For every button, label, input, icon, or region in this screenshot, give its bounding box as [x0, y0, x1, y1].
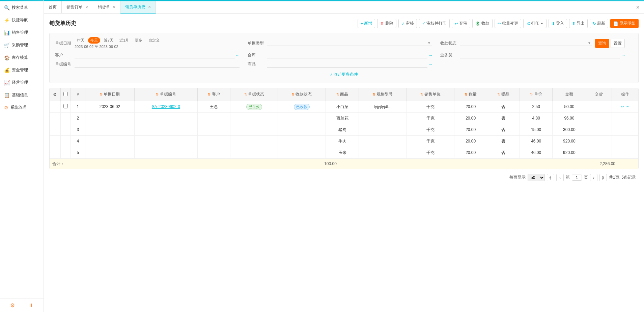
table-row: 2西兰花千克20.00否4.8096.00 — [50, 112, 638, 124]
sidebar-item-inventory[interactable]: 🏠 库存核算 — [0, 51, 44, 64]
th-unit[interactable]: ⇅ 销售单位 — [407, 88, 454, 101]
salesperson-ellipsis[interactable]: ··· — [621, 53, 625, 58]
sort-icon-customer: ⇅ — [208, 93, 211, 96]
sidebar-item-label: 销售管理 — [12, 30, 28, 35]
th-price[interactable]: ⇅ 单价 — [520, 88, 553, 101]
per-page-select[interactable]: 50 100 200 — [528, 174, 545, 181]
import-button[interactable]: ⬇ 导入 — [549, 19, 567, 28]
row-seq: 4 — [71, 135, 85, 147]
filter-row-1: 单据日期 昨天 今天 近7天 近1月 更多 自定义 2023-06-02 至 2… — [55, 37, 633, 49]
th-spec[interactable]: ⇅ 规格型号 — [359, 88, 407, 101]
sidebar-item-purchase-mgmt[interactable]: 🛒 采购管理 — [0, 39, 44, 51]
th-collect-status[interactable]: ⇅ 收款状态 — [278, 88, 326, 101]
window-close-button[interactable]: ✕ — [632, 5, 644, 10]
row-checkbox[interactable] — [63, 104, 68, 108]
th-date[interactable]: ⇅ 单据日期 — [85, 88, 134, 101]
sidebar-item-sales-mgmt[interactable]: 📊 销售管理 — [0, 26, 44, 39]
date-tag-more[interactable]: 更多 — [133, 37, 145, 44]
filter-customer: 客户 ··· — [55, 52, 240, 58]
tab-sales-history-close[interactable]: ✕ — [148, 5, 151, 9]
collapse-button[interactable]: ∧ 收起更多条件 — [55, 70, 633, 79]
row-amount: 920.00 — [553, 147, 586, 158]
doc-type-select[interactable]: ▼ — [267, 41, 432, 46]
tab-sales-goods-label: 销货单 — [98, 4, 110, 10]
filter-goods: 商品 ··· — [248, 61, 432, 68]
tab-sales-goods[interactable]: 销货单 ✕ — [93, 1, 120, 14]
collect-status-select[interactable]: ▼ — [460, 41, 592, 46]
first-page-button[interactable]: ⟪ — [547, 174, 554, 181]
refresh-button[interactable]: ↻ 刷新 — [590, 19, 608, 28]
chevron-up-icon: ∧ — [330, 72, 333, 77]
warehouse-ellipsis[interactable]: ··· — [429, 53, 432, 58]
th-gear[interactable]: ⚙ — [50, 88, 60, 101]
row-gear — [50, 101, 60, 112]
print-button[interactable]: 🖨 打印 ▼ — [523, 19, 547, 28]
goods-ellipsis[interactable]: ··· — [429, 62, 432, 67]
th-gift[interactable]: ⇅ 赠品 — [487, 88, 520, 101]
abandon-button[interactable]: ↩ 弃审 — [452, 19, 470, 28]
date-tag-today[interactable]: 今天 — [88, 37, 100, 44]
row-more-btn[interactable]: ⋯ — [625, 104, 629, 109]
prev-page-button[interactable]: ‹ — [556, 174, 564, 181]
tabs-bar: 首页 销售订单 ✕ 销货单 ✕ 销货单历史 ✕ ✕ — [44, 1, 644, 14]
th-check[interactable] — [60, 88, 71, 101]
show-details-button[interactable]: 📄 显示明细 — [610, 19, 639, 28]
doc-no-input[interactable] — [75, 61, 240, 68]
salesperson-input[interactable] — [460, 52, 620, 58]
tab-sales-order[interactable]: 销售订单 ✕ — [62, 1, 93, 14]
sidebar-item-basic-info[interactable]: 📋 基础信息 — [0, 89, 44, 101]
row-date — [85, 135, 134, 147]
tab-home[interactable]: 首页 — [44, 1, 62, 14]
th-qty[interactable]: ⇅ 数量 — [454, 88, 487, 101]
date-tag-custom[interactable]: 自定义 — [146, 37, 162, 44]
warehouse-input[interactable] — [267, 52, 427, 58]
tab-sales-order-close[interactable]: ✕ — [85, 5, 88, 9]
sidebar-item-fund-mgmt[interactable]: 💰 资金管理 — [0, 64, 44, 76]
page-number-input[interactable] — [572, 175, 582, 181]
settings-bottom-icon[interactable]: ⚙ — [10, 302, 15, 309]
row-price: 46.00 — [520, 135, 553, 147]
select-all-checkbox[interactable] — [63, 92, 68, 96]
date-tag-7days[interactable]: 近7天 — [102, 37, 116, 44]
row-edit-btn[interactable]: ✏ — [621, 104, 624, 109]
th-doc-no[interactable]: ⇅ 单据编号 — [134, 88, 197, 101]
delete-button[interactable]: 🗑 删除 — [377, 19, 396, 28]
details-icon: 📄 — [613, 21, 618, 26]
row-customer — [198, 112, 230, 124]
trash-icon: 🗑 — [380, 21, 384, 26]
new-button[interactable]: + 新增 — [358, 19, 375, 28]
table-row: 5玉米千克20.00否46.00920.00 — [50, 147, 638, 158]
settings-btn[interactable]: 设置 — [611, 39, 625, 48]
tab-sales-goods-close[interactable]: ✕ — [113, 5, 115, 9]
audit-print-button[interactable]: ✓ 审核并打印 — [419, 19, 450, 28]
last-page-button[interactable]: ⟫ — [599, 174, 607, 181]
customer-input[interactable] — [75, 52, 235, 58]
row-collect-status: 已收款 — [278, 101, 326, 112]
row-doc-no-link[interactable]: SA-20230602-0 — [152, 104, 180, 109]
customer-ellipsis[interactable]: ··· — [236, 53, 240, 58]
sidebar-item-ops-mgmt[interactable]: 📈 经营管理 — [0, 76, 44, 89]
next-page-button[interactable]: › — [590, 174, 597, 181]
goods-input[interactable] — [267, 61, 427, 68]
export-button[interactable]: ⬆ 导出 — [569, 19, 588, 28]
tab-sales-order-label: 销售订单 — [66, 4, 83, 10]
pause-bottom-icon[interactable]: ⏸ — [28, 303, 33, 309]
tab-sales-history[interactable]: 销货单历史 ✕ — [120, 1, 156, 14]
th-goods[interactable]: ⇅ 商品 — [326, 88, 359, 101]
batch-change-button[interactable]: ✏ 批量变更 — [495, 19, 521, 28]
query-button[interactable]: 查询 — [595, 39, 609, 48]
sidebar-item-quick-nav[interactable]: ⚡ 快捷导航 — [0, 14, 44, 26]
summary-label: 合计： — [52, 161, 79, 167]
filter-collect-status: 收款状态 ▼ 查询 设置 — [440, 39, 625, 48]
audit-button[interactable]: ✓ 审核 — [398, 19, 417, 28]
collect-button[interactable]: 💲 收款 — [472, 19, 493, 28]
row-spec: tyjyjtyjdf... — [359, 101, 407, 112]
abandon-icon: ↩ — [455, 21, 458, 26]
th-customer[interactable]: ⇅ 客户 — [198, 88, 230, 101]
sidebar-item-sys-mgmt[interactable]: ⚙ 系统管理 — [0, 101, 44, 114]
th-doc-status[interactable]: ⇅ 单据状态 — [230, 88, 278, 101]
sidebar-item-search-menu[interactable]: 🔍 搜索菜单 — [0, 1, 44, 14]
date-tag-yesterday[interactable]: 昨天 — [75, 37, 87, 44]
row-amount: 300.00 — [553, 124, 586, 135]
date-tag-1month[interactable]: 近1月 — [117, 37, 131, 44]
